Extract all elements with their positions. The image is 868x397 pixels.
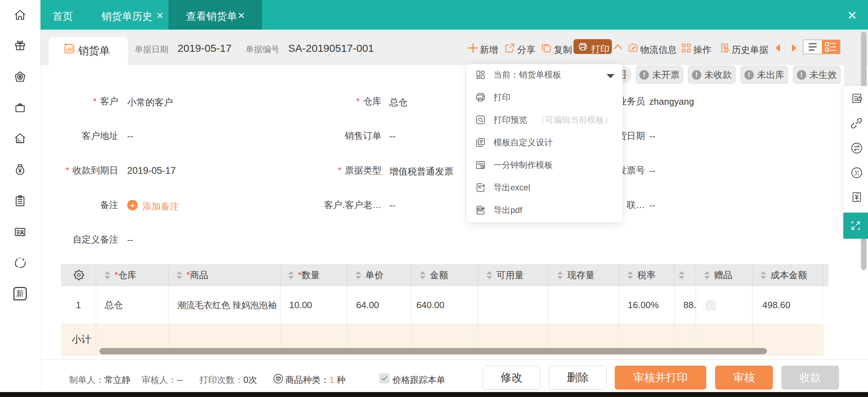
svg-text:欠: 欠 [854,170,860,176]
